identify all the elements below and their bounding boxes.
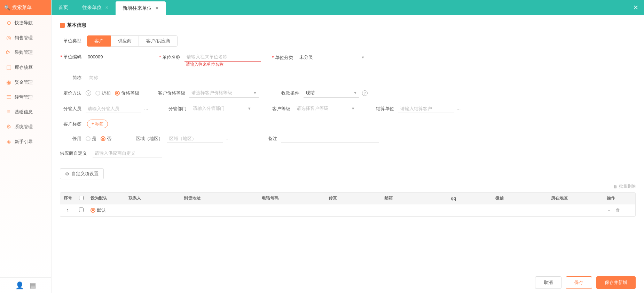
finance-icon: ◉ xyxy=(6,79,12,86)
custom-settings-label: 自定义项设置 xyxy=(71,171,99,177)
manager-label: 分管人员 xyxy=(60,106,84,112)
add-row-icon[interactable]: ＋ xyxy=(607,207,611,213)
row-address[interactable] xyxy=(180,204,258,217)
settlement-unit-input[interactable] xyxy=(398,105,454,113)
batch-delete-button[interactable]: 🗑 批量删除 xyxy=(613,184,636,189)
sidebar-user-icon[interactable]: 👤 xyxy=(15,281,24,290)
row-email[interactable] xyxy=(381,204,448,217)
supplier-custom-input[interactable] xyxy=(93,149,162,157)
department-select[interactable]: 请输入分管部门 ▼ xyxy=(191,104,253,113)
remark-input[interactable] xyxy=(281,135,379,143)
sidebar-item-operations[interactable]: ☰ 经营管理 xyxy=(0,90,51,105)
region-input[interactable] xyxy=(167,135,223,143)
table-row: 1 默认 xyxy=(60,204,635,217)
sidebar-item-purchase[interactable]: 🛍 采购管理 xyxy=(0,45,51,60)
unit-name-input[interactable] xyxy=(184,53,261,62)
default-radio-circle[interactable] xyxy=(91,208,95,213)
abbreviation-input[interactable] xyxy=(87,74,157,82)
close-all-tabs[interactable]: ✕ xyxy=(628,0,644,15)
form-content: 基本信息 单位类型 客户 供应商 客户/供应商 单位编码 单位名称 xyxy=(52,15,644,272)
save-new-button[interactable]: 保存并新增 xyxy=(596,276,636,289)
sidebar-item-quick-nav[interactable]: ⊙ 快捷导航 xyxy=(0,15,51,30)
manager-input[interactable] xyxy=(86,105,141,113)
pricing-discount[interactable]: 折扣 xyxy=(95,90,111,96)
row-default-radio[interactable]: 默认 xyxy=(91,207,121,213)
sidebar-bars-icon[interactable]: ▤ xyxy=(30,281,36,290)
disable-yes[interactable]: 是 xyxy=(86,136,96,142)
row-fax[interactable] xyxy=(325,204,381,217)
customer-level-select[interactable]: 请选择客户等级 ▼ xyxy=(294,104,357,113)
search-menu[interactable]: 🔍 搜索菜单 xyxy=(0,0,51,15)
row-wechat[interactable] xyxy=(492,204,548,217)
action-bar: 取消 保存 保存并新增 xyxy=(52,272,644,293)
sidebar-item-guide[interactable]: ◈ 新手引导 xyxy=(0,134,51,149)
sidebar-item-finance[interactable]: ◉ 资金管理 xyxy=(0,75,51,90)
payment-help-icon[interactable]: ? xyxy=(362,90,368,96)
customer-price-level-select[interactable]: 请选择客户价格等级 ▼ xyxy=(189,88,259,98)
sidebar-item-system[interactable]: ⚙ 系统管理 xyxy=(0,119,51,134)
unit-type-label: 单位类型 xyxy=(60,38,84,44)
row-contact[interactable] xyxy=(125,204,181,217)
save-button[interactable]: 保存 xyxy=(566,276,592,289)
main-area: 首页 往来单位 ✕ 新增往来单位 ✕ ✕ 基本信息 单位类型 客户 供应商 客户… xyxy=(52,0,644,293)
customer-tag-row: 客户标签 + 标签 xyxy=(60,120,636,128)
delete-row-icon[interactable]: 🗑 xyxy=(615,207,620,213)
pricing-price-level[interactable]: 价格等级 xyxy=(115,90,139,96)
sidebar-item-basic-info[interactable]: ≡ 基础信息 xyxy=(0,105,51,119)
unit-code-input[interactable] xyxy=(86,53,148,61)
row-region[interactable] xyxy=(548,204,603,217)
disable-region-remark-row: 停用 是 否 区域（地区） ··· xyxy=(60,135,636,143)
row-phone[interactable] xyxy=(258,204,325,217)
sidebar: 🔍 搜索菜单 ⊙ 快捷导航 ◎ 销售管理 🛍 采购管理 ◫ 库存核算 ◉ 资金管… xyxy=(0,0,52,293)
disable-yes-radio[interactable] xyxy=(86,136,91,141)
col-qq: qq xyxy=(447,193,492,204)
unit-category-select[interactable]: 未分类 ▼ xyxy=(297,53,367,62)
gear-icon: ⚙ xyxy=(65,171,69,177)
pricing-price-level-radio[interactable] xyxy=(115,91,120,96)
supplier-custom-row: 供应商自定义 xyxy=(60,149,636,157)
row-qq[interactable] xyxy=(447,204,492,217)
row-select-checkbox[interactable] xyxy=(79,207,84,212)
unit-type-group: 客户 供应商 客户/供应商 xyxy=(87,35,178,47)
settlement-unit-group: 结算单位 ··· xyxy=(372,105,462,113)
payment-terms-select[interactable]: 现结 ▼ xyxy=(304,88,359,98)
manager-more-icon[interactable]: ··· xyxy=(143,106,150,112)
remark-label: 备注 xyxy=(256,136,280,142)
table-header-row: 序号 设为默认 联系人 到货地址 电话号码 传真 邮箱 qq 微信 所在地区 操… xyxy=(60,193,635,204)
disable-no[interactable]: 否 xyxy=(101,136,111,142)
col-region: 所在地区 xyxy=(548,193,603,204)
unit-type-customer[interactable]: 客户 xyxy=(87,35,111,47)
tab-trade-unit-close[interactable]: ✕ xyxy=(105,5,109,10)
row-actions: ＋ 🗑 xyxy=(603,204,635,217)
add-tag-button[interactable]: + 标签 xyxy=(87,120,108,128)
pricing-help-icon[interactable]: ? xyxy=(86,90,91,96)
col-fax: 传真 xyxy=(325,193,381,204)
region-group: 区域（地区） ··· xyxy=(136,135,231,143)
tab-new-trade-unit[interactable]: 新增往来单位 ✕ xyxy=(116,1,166,15)
customer-level-group: 客户等级 请选择客户等级 ▼ xyxy=(269,104,357,113)
sidebar-item-sales[interactable]: ◎ 销售管理 xyxy=(0,30,51,45)
divider xyxy=(60,164,636,164)
unit-name-error: 请输入往来单位名称 xyxy=(186,62,223,67)
pricing-discount-radio[interactable] xyxy=(95,91,100,96)
custom-settings-button[interactable]: ⚙ 自定义项设置 xyxy=(60,168,104,179)
disable-no-radio[interactable] xyxy=(101,136,105,141)
col-checkbox-header xyxy=(76,193,87,204)
unit-name-group: 单位名称 请输入往来单位名称 xyxy=(159,53,261,67)
tab-new-trade-unit-close[interactable]: ✕ xyxy=(155,6,159,11)
region-more-icon[interactable]: ··· xyxy=(224,136,231,141)
select-all-checkbox[interactable] xyxy=(79,196,84,200)
customer-level-label: 客户等级 xyxy=(269,106,293,112)
guide-icon: ◈ xyxy=(6,138,12,145)
payment-terms-label: 收款条件 xyxy=(278,90,302,96)
unit-code-group: 单位编码 xyxy=(60,53,148,61)
unit-type-supplier[interactable]: 供应商 xyxy=(111,35,139,47)
sidebar-item-inventory[interactable]: ◫ 库存核算 xyxy=(0,60,51,75)
settlement-more-icon[interactable]: ··· xyxy=(455,106,462,112)
tab-home[interactable]: 首页 xyxy=(52,0,75,15)
sidebar-bottom: 👤 ▤ xyxy=(0,277,51,293)
tab-trade-unit[interactable]: 往来单位 ✕ xyxy=(75,0,116,15)
quick-nav-icon: ⊙ xyxy=(6,19,12,26)
unit-type-both[interactable]: 客户/供应商 xyxy=(139,35,178,47)
cancel-button[interactable]: 取消 xyxy=(535,276,561,289)
